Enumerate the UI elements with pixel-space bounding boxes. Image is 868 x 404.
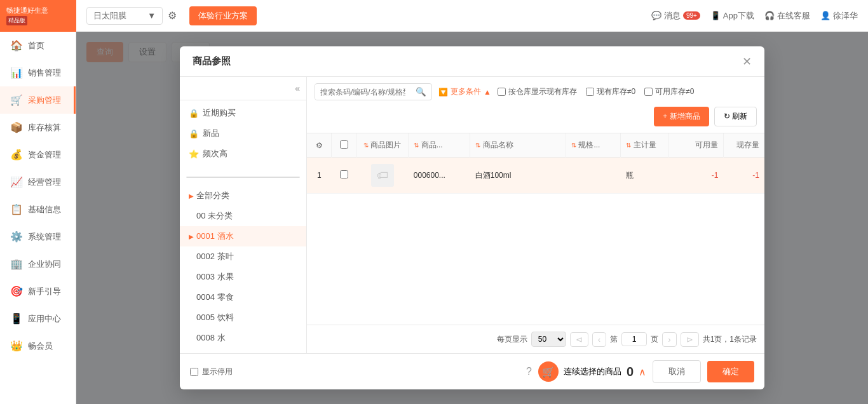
row-image-cell: 🏷 xyxy=(356,158,409,194)
category-search-input[interactable] xyxy=(187,177,292,178)
add-product-button[interactable]: + 新增商品 xyxy=(654,107,709,126)
dialog-footer: 显示停用 ? 🛒 连续选择的商品 0 ∧ 取消 确定 xyxy=(180,353,764,389)
product-table: ⚙ ⇅ 商品图片 ⇅ 商品... xyxy=(307,133,764,194)
user-profile-item[interactable]: 👤 徐泽华 xyxy=(820,10,858,22)
first-page-button[interactable]: ⊲ xyxy=(570,332,588,347)
dialog-body: « 🔒 近期购买 🔒 新品 ⭐ xyxy=(180,77,764,353)
sidebar-item-basic-info[interactable]: 📋 基础信息 xyxy=(0,196,76,223)
per-page-label: 每页显示 xyxy=(497,334,527,345)
system-icon: ⚙️ xyxy=(10,231,23,243)
checkbox-stock-ne0[interactable]: 现有库存≠0 xyxy=(586,86,635,97)
sidebar-item-system[interactable]: ⚙️ 系统管理 xyxy=(0,223,76,250)
row-stock-cell: -1 xyxy=(723,158,764,194)
dialog-close-button[interactable]: ✕ xyxy=(742,56,752,67)
app-download-item[interactable]: 📱 App下载 xyxy=(710,10,754,22)
row-checkbox[interactable] xyxy=(340,170,348,178)
nav-right: 💬 消息 99+ 📱 App下载 🎧 在线客服 👤 徐泽华 xyxy=(651,10,858,22)
online-service-item[interactable]: 🎧 在线客服 xyxy=(764,10,810,22)
cart-area: 🛒 连续选择的商品 0 ∧ xyxy=(538,361,646,382)
sidebar-item-sales[interactable]: 📊 销售管理 xyxy=(0,59,76,86)
cat-item-0005[interactable]: 0005 饮料 xyxy=(180,307,306,328)
footer-right: ? 🛒 连续选择的商品 0 ∧ 取消 确定 xyxy=(526,360,754,383)
row-checkbox-cell xyxy=(332,158,356,194)
sidebar: 🏠 首页 📊 销售管理 🛒 采购管理 📦 库存核算 💰 资金管理 📈 经营管理 … xyxy=(0,32,76,404)
cat-item-0001[interactable]: ▶ 0001 酒水 xyxy=(180,226,306,246)
sidebar-item-operations[interactable]: 📈 经营管理 xyxy=(0,168,76,196)
cat-item-0008[interactable]: 0008 水 xyxy=(180,328,306,348)
refresh-button[interactable]: ↻ 刷新 xyxy=(714,107,757,126)
enterprise-icon: 🏢 xyxy=(10,258,23,270)
all-categories-item[interactable]: ▶ 全部分类 xyxy=(180,185,306,206)
select-all-checkbox[interactable] xyxy=(340,140,348,149)
cat-expand-icon: ▶ xyxy=(189,233,194,240)
more-filter-button[interactable]: 🔽 更多条件 ▲ xyxy=(438,86,491,97)
product-search-button[interactable]: 🔍 xyxy=(410,84,431,100)
cat-item-0010[interactable]: 0010 家电 xyxy=(180,348,306,353)
warehouse-checkbox[interactable] xyxy=(498,88,506,96)
col-unit-header: ⇅ 主计量 xyxy=(621,133,668,158)
show-disabled-checkbox[interactable] xyxy=(190,368,198,376)
col-avail-header: 可用量 xyxy=(668,133,723,158)
row-unit-cell: 瓶 xyxy=(621,158,668,194)
last-page-button[interactable]: ⊳ xyxy=(681,332,699,347)
sort-unit-icon: ⇅ xyxy=(626,142,631,149)
stock-ne0-checkbox[interactable] xyxy=(586,88,594,96)
sidebar-item-guide[interactable]: 🎯 新手引导 xyxy=(0,278,76,305)
messages-item[interactable]: 💬 消息 99+ xyxy=(651,10,700,22)
cat-item-0003[interactable]: 0003 水果 xyxy=(180,267,306,287)
checkbox-warehouse[interactable]: 按仓库显示现有库存 xyxy=(498,86,577,97)
sort-code-icon: ⇅ xyxy=(414,142,419,149)
next-page-button[interactable]: › xyxy=(662,332,676,347)
prev-page-button[interactable]: ‹ xyxy=(592,332,606,347)
dialog-header: 商品参照 ✕ xyxy=(180,46,764,77)
sidebar-item-member[interactable]: 👑 畅会员 xyxy=(0,332,76,360)
sidebar-item-enterprise[interactable]: 🏢 企业协同 xyxy=(0,250,76,278)
left-panel-top: « xyxy=(180,77,306,100)
dialog-title: 商品参照 xyxy=(193,55,231,67)
left-panel: « 🔒 近期购买 🔒 新品 ⭐ xyxy=(180,77,307,353)
table-row[interactable]: 1 🏷 000600... 白酒100ml xyxy=(307,158,764,194)
message-icon: 💬 xyxy=(651,11,661,20)
sidebar-item-home[interactable]: 🏠 首页 xyxy=(0,32,76,59)
phone-icon: 📱 xyxy=(710,11,721,20)
per-page-select[interactable]: 50 10 20 100 xyxy=(531,332,566,347)
frequent-item[interactable]: ⭐ 频次高 xyxy=(180,144,306,164)
col-settings: ⚙ xyxy=(307,133,332,158)
avail-ne0-checkbox[interactable] xyxy=(644,88,653,96)
sort-spec-icon: ⇅ xyxy=(571,142,576,149)
recent-buy-item[interactable]: 🔒 近期购买 xyxy=(180,103,306,123)
col-code-header: ⇅ 商品... xyxy=(409,133,470,158)
toolbar-right: + 新增商品 ↻ 刷新 xyxy=(654,107,757,126)
collapse-footer-button[interactable]: ∧ xyxy=(639,366,646,378)
sort-name-icon: ⇅ xyxy=(475,142,480,149)
nav-dropdown[interactable]: 日太阳膜 ▼ xyxy=(86,7,163,25)
cat-item-0002[interactable]: 0002 茶叶 xyxy=(180,246,306,267)
cat-item-0004[interactable]: 0004 零食 xyxy=(180,287,306,307)
sidebar-item-inventory[interactable]: 📦 库存核算 xyxy=(0,114,76,141)
purchase-icon: 🛒 xyxy=(10,94,23,106)
info-icon: 📋 xyxy=(10,203,23,215)
category-search-button[interactable]: 🔍 xyxy=(292,177,300,178)
cancel-button[interactable]: 取消 xyxy=(653,360,701,383)
sidebar-item-finance[interactable]: 💰 资金管理 xyxy=(0,141,76,168)
show-disabled-label[interactable]: 显示停用 xyxy=(190,367,233,377)
star-icon: ⭐ xyxy=(189,149,199,159)
confirm-button[interactable]: 确定 xyxy=(707,361,754,382)
checkbox-avail-ne0[interactable]: 可用库存≠0 xyxy=(644,86,694,97)
sidebar-item-apps[interactable]: 📱 应用中心 xyxy=(0,305,76,332)
product-search-input[interactable] xyxy=(315,84,410,100)
product-dialog: 商品参照 ✕ « 🔒 近期购买 xyxy=(180,46,764,389)
col-name-header: ⇅ 商品名称 xyxy=(470,133,566,158)
cat-item-00[interactable]: 00 未分类 xyxy=(180,206,306,226)
sort-icon: ⇅ xyxy=(363,142,369,149)
col-checkbox xyxy=(332,133,356,158)
trial-button[interactable]: 体验行业方案 xyxy=(189,6,257,25)
help-icon[interactable]: ? xyxy=(526,366,532,377)
page-number-input[interactable] xyxy=(621,332,647,346)
total-info: 共1页，1条记录 xyxy=(703,334,757,345)
collapse-left-button[interactable]: « xyxy=(295,83,300,93)
gear-button[interactable]: ⚙ xyxy=(168,10,177,22)
new-items-item[interactable]: 🔒 新品 xyxy=(180,123,306,144)
sidebar-item-purchase[interactable]: 🛒 采购管理 xyxy=(0,86,76,114)
apps-icon: 📱 xyxy=(10,313,23,325)
